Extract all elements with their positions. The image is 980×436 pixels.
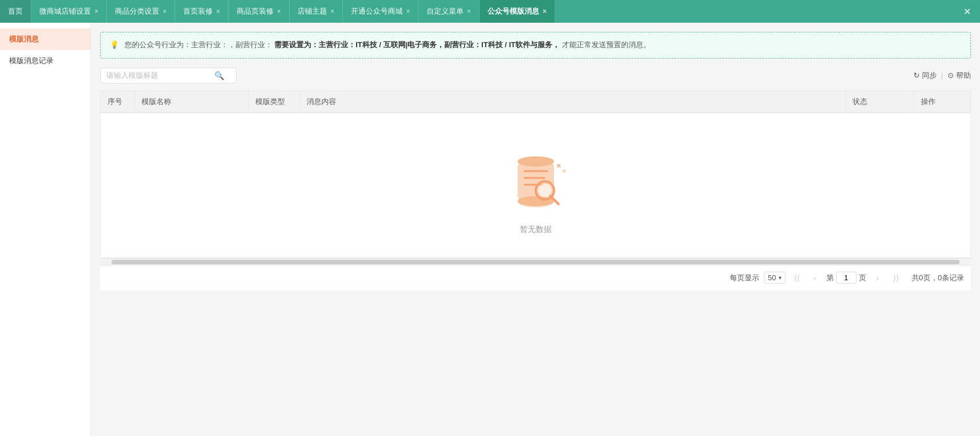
pagination: 每页显示 50 ▾ ⟨⟨ ‹ 第 页 › ⟩⟩ 共0页，0条记录 xyxy=(100,265,971,290)
search-input[interactable] xyxy=(106,71,214,80)
search-icon[interactable]: 🔍 xyxy=(214,71,224,80)
tab-bar: 首页 微商城店铺设置 × 商品分类设置 × 首页装修 × 商品页装修 × 店铺主… xyxy=(0,0,980,23)
page-input-wrap: 第 页 xyxy=(826,272,866,284)
divider: | xyxy=(941,71,943,80)
empty-illustration xyxy=(502,147,570,215)
prev-page-button[interactable]: ‹ xyxy=(808,271,822,285)
tab-home[interactable]: 首页 xyxy=(0,0,31,23)
sync-button[interactable]: ↻ 同步 xyxy=(913,70,937,81)
tab-category-close[interactable]: × xyxy=(163,7,167,15)
col-name: 模版名称 xyxy=(135,90,249,113)
col-index: 序号 xyxy=(101,90,135,113)
first-page-button[interactable]: ⟨⟨ xyxy=(790,271,804,285)
svg-point-2 xyxy=(518,156,554,167)
page-size-select[interactable]: 50 ▾ xyxy=(764,272,785,284)
tab-custom-menu-label: 自定义菜单 xyxy=(427,6,464,16)
per-page-label: 每页显示 xyxy=(730,273,759,283)
tab-home-label: 首页 xyxy=(8,6,23,16)
col-action: 操作 xyxy=(914,90,971,113)
current-page-input[interactable] xyxy=(836,272,857,284)
help-label: 帮助 xyxy=(956,70,971,81)
sidebar-item-template-msg[interactable]: 模版消息 xyxy=(0,28,90,50)
search-bar-right: ↻ 同步 | ⊙ 帮助 xyxy=(913,70,971,81)
notice-suffix: 才能正常发送预置的消息。 xyxy=(562,40,651,49)
notice-highlight: 需要设置为：主营行业：IT科技 / 互联网|电子商务，副营行业：IT科技 / I… xyxy=(274,40,560,49)
tab-wsc-store-label: 微商城店铺设置 xyxy=(39,6,91,16)
tab-template-msg[interactable]: 公众号模版消息 × xyxy=(479,0,555,23)
total-info: 共0页，0条记录 xyxy=(912,273,964,283)
tab-home-decor[interactable]: 首页装修 × xyxy=(175,0,229,23)
col-type: 模版类型 xyxy=(249,90,300,113)
tab-open-mall[interactable]: 开通公众号商城 × xyxy=(343,0,419,23)
sync-icon: ↻ xyxy=(913,71,920,80)
tab-product-decor[interactable]: 商品页装修 × xyxy=(229,0,290,23)
tab-category-label: 商品分类设置 xyxy=(115,6,159,16)
content-area: 💡 您的公众号行业为：主营行业：，副营行业： 需要设置为：主营行业：IT科技 /… xyxy=(91,23,980,436)
tab-bar-close-button[interactable]: ✕ xyxy=(954,0,980,23)
tab-product-decor-close[interactable]: × xyxy=(277,7,281,15)
page-size-value: 50 xyxy=(768,273,776,282)
chevron-down-icon: ▾ xyxy=(779,275,781,281)
next-page-button[interactable]: › xyxy=(871,271,884,285)
tab-home-decor-close[interactable]: × xyxy=(216,7,220,15)
empty-state: 暂无数据 xyxy=(101,113,970,258)
last-page-button[interactable]: ⟩⟩ xyxy=(889,271,903,285)
sync-label: 同步 xyxy=(922,70,937,81)
search-input-wrap[interactable]: 🔍 xyxy=(100,68,237,84)
data-table: 序号 模版名称 模版类型 消息内容 状态 操作 xyxy=(100,90,971,258)
col-status: 状态 xyxy=(846,90,914,113)
notice-banner: 💡 您的公众号行业为：主营行业：，副营行业： 需要设置为：主营行业：IT科技 /… xyxy=(100,32,971,59)
scrollbar-track[interactable] xyxy=(111,260,960,264)
tab-wsc-store-close[interactable]: × xyxy=(94,7,98,15)
tab-product-decor-label: 商品页装修 xyxy=(237,6,274,16)
search-bar: 🔍 ↻ 同步 | ⊙ 帮助 xyxy=(100,68,971,84)
page-label-pre: 第 xyxy=(826,273,834,283)
tab-store-theme[interactable]: 店铺主题 × xyxy=(290,0,343,23)
tab-open-mall-label: 开通公众号商城 xyxy=(351,6,403,16)
notice-icon: 💡 xyxy=(110,40,119,49)
horizontal-scrollbar[interactable] xyxy=(100,258,971,265)
main-layout: 模版消息 模版消息记录 💡 您的公众号行业为：主营行业：，副营行业： 需要设置为… xyxy=(0,23,980,436)
tab-template-msg-close[interactable]: × xyxy=(543,7,547,15)
tab-store-theme-close[interactable]: × xyxy=(330,7,334,15)
sidebar-item-template-msg-log[interactable]: 模版消息记录 xyxy=(0,50,90,72)
tab-open-mall-close[interactable]: × xyxy=(406,7,410,15)
help-button[interactable]: ⊙ 帮助 xyxy=(948,70,971,81)
help-icon: ⊙ xyxy=(948,71,954,80)
col-content: 消息内容 xyxy=(300,90,846,113)
tab-category[interactable]: 商品分类设置 × xyxy=(107,0,175,23)
tab-store-theme-label: 店铺主题 xyxy=(297,6,327,16)
tab-wsc-store[interactable]: 微商城店铺设置 × xyxy=(31,0,107,23)
tab-template-msg-label: 公众号模版消息 xyxy=(487,6,539,16)
sidebar: 模版消息 模版消息记录 xyxy=(0,23,91,436)
tab-custom-menu-close[interactable]: × xyxy=(467,7,471,15)
page-label-post: 页 xyxy=(859,273,866,283)
tab-custom-menu[interactable]: 自定义菜单 × xyxy=(419,0,479,23)
tab-home-decor-label: 首页装修 xyxy=(183,6,213,16)
notice-prefix: 您的公众号行业为：主营行业：，副营行业： xyxy=(125,40,272,49)
empty-text: 暂无数据 xyxy=(101,225,970,235)
svg-point-9 xyxy=(538,184,552,197)
